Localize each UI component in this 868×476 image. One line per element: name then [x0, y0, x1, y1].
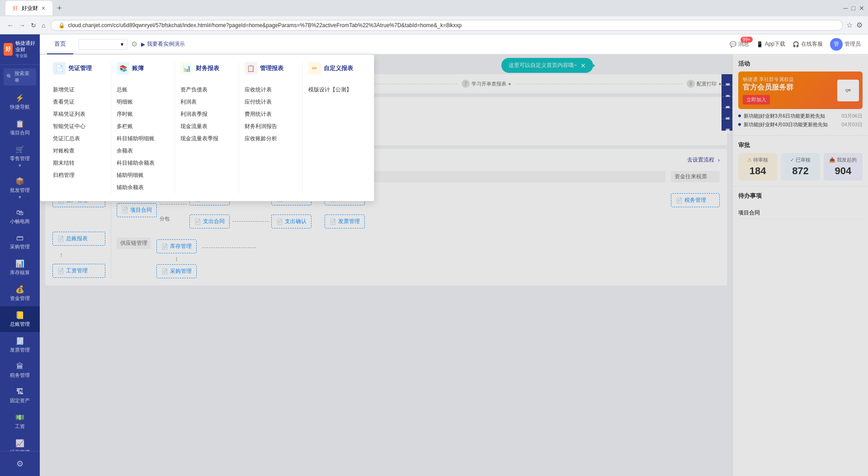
sidebar-item-project[interactable]: 📋 项目合同 [0, 115, 40, 141]
sidebar-bottom: ⚙ [0, 451, 40, 476]
menu-seq-ledger[interactable]: 序时账 [117, 108, 169, 120]
online-service-btn[interactable]: 🎧 在线客服 [793, 40, 823, 48]
dropdown-menu: 📄 凭证管理 新增凭证 查看凭证 草稿凭证列表 智能凭证中心 凭证汇总表 对账检… [40, 54, 374, 201]
ledger-menu-title: 账簿 [132, 64, 144, 72]
address-bar-right: ☆ ⚙ [846, 21, 863, 29]
sidebar-search[interactable]: 🔍 搜索菜单 [4, 68, 36, 86]
sidebar-item-ops[interactable]: 📈 经营管理 [0, 434, 40, 451]
assets-icon: 🏗 [16, 388, 24, 396]
menu-period-end[interactable]: 期末结转 [53, 157, 105, 169]
address-bar: ← → ↻ ⌂ 🔒 cloud.chanjet.com/cc/u6d89qwnr… [0, 16, 868, 34]
extensions-btn[interactable]: ⚙ [856, 21, 863, 29]
active-tab[interactable]: 好 好业财 × [5, 1, 52, 15]
user-avatar-btn[interactable]: 管 管理员 [830, 38, 861, 51]
sidebar-item-retail[interactable]: 🛒 零售管理 ▼ [0, 141, 40, 172]
fr-header: 📊 财务报表 [180, 62, 233, 78]
menu-voucher-summary[interactable]: 凭证汇总表 [53, 133, 105, 145]
fr-title: 财务报表 [196, 64, 219, 72]
restore-btn[interactable]: □ [852, 5, 855, 12]
sidebar-item-invoice[interactable]: 🧾 发票管理 [0, 332, 40, 358]
sidebar-item-label: 快捷导航 [10, 104, 30, 110]
sidebar-item-label: 总账管理 [10, 321, 30, 328]
menu-subject-detail[interactable]: 科目辅助明细账 [117, 133, 169, 145]
menu-reconcile[interactable]: 对账检查 [53, 145, 105, 157]
url-bar[interactable]: 🔒 cloud.chanjet.com/cc/u6d89qwnryel/57bf… [51, 20, 843, 31]
menu-view-voucher[interactable]: 查看凭证 [53, 96, 105, 108]
tab-title: 好业财 [22, 5, 38, 12]
sidebar-item-label: 项目合同 [10, 129, 30, 136]
logo-icon: 好 [4, 43, 13, 56]
top-nav-search-area: ▾ ⚙ ▶ 我要看实例演示 [79, 39, 724, 50]
tab-home-label: 首页 [54, 40, 66, 48]
top-nav-right: 💬 消息 99+ 📱 App下载 🎧 在线客服 管 管理员 [730, 38, 861, 51]
demo-link[interactable]: ▶ 我要看实例演示 [141, 40, 185, 48]
sidebar-item-funds[interactable]: 💰 资金管理 [0, 281, 40, 306]
service-icon: 🎧 [793, 41, 799, 48]
settings-gear-btn[interactable]: ⚙ [2, 455, 38, 472]
menu-template-design[interactable]: 模版设计【公测】 [308, 84, 361, 96]
bookmark-btn[interactable]: ☆ [846, 21, 853, 29]
message-btn[interactable]: 💬 消息 99+ [730, 40, 749, 48]
menu-new-voucher[interactable]: 新增凭证 [53, 84, 105, 96]
sidebar-item-ecom[interactable]: 🛍 小畅电商 [0, 204, 40, 229]
menu-cashflow[interactable]: 现金流量表 [180, 120, 233, 133]
close-btn[interactable]: ✕ [859, 5, 864, 12]
sidebar-nav: ⚡ 快捷导航 📋 项目合同 🛒 零售管理 ▼ 📦 批发管理 ▼ 🛍 小畅电商 [0, 89, 40, 451]
sidebar-item-label: 资金管理 [10, 295, 30, 302]
sidebar-item-assets[interactable]: 🏗 固定资产 [0, 383, 40, 409]
settings-btn[interactable]: ⚙ [131, 40, 137, 48]
dropdown-overlay[interactable]: 📄 凭证管理 新增凭证 查看凭证 草稿凭证列表 智能凭证中心 凭证汇总表 对账检… [40, 54, 868, 476]
dropdown-arrow-icon: ▾ [121, 41, 123, 48]
logo-text: 畅捷通好业财 [15, 40, 36, 53]
ledger-icon: 📒 [15, 311, 24, 319]
sidebar-item-inventory[interactable]: 📊 库存核算 [0, 255, 40, 281]
reload-button[interactable]: ↻ [29, 20, 38, 31]
menu-search-input[interactable] [83, 41, 119, 48]
menu-aux-balance[interactable]: 辅助余额表 [117, 181, 169, 194]
sidebar-item-tax[interactable]: 🏛 税务管理 [0, 358, 40, 383]
main-content: 首页 ▾ ⚙ ▶ 我要看实例演示 💬 消息 99+ [40, 34, 868, 476]
sidebar-item-purchase[interactable]: 🗃 采购管理 [0, 229, 40, 255]
menu-section-mgmt-report: 📋 管理报表 应收统计表 应付统计表 费用统计表 财务利润报告 应收账龄分析 [239, 62, 303, 194]
menu-search-dropdown[interactable]: ▾ [79, 39, 127, 50]
menu-cashflow-qtr[interactable]: 现金流量表季报 [180, 133, 233, 145]
sidebar-item-ledger[interactable]: 📒 总账管理 [0, 306, 40, 332]
menu-balance-table[interactable]: 余额表 [117, 145, 169, 157]
new-tab-button[interactable]: + [54, 3, 65, 14]
menu-income-stmt[interactable]: 利润表 [180, 96, 233, 108]
menu-smart-center[interactable]: 智能凭证中心 [53, 120, 105, 133]
menu-expense-stats[interactable]: 费用统计表 [245, 108, 297, 120]
tab-home[interactable]: 首页 [47, 34, 73, 54]
home-button[interactable]: ⌂ [40, 20, 47, 31]
menu-aux-detail[interactable]: 辅助明细账 [117, 169, 169, 181]
menu-multi-ledger[interactable]: 多栏账 [117, 120, 169, 133]
menu-ar-stats[interactable]: 应收统计表 [245, 84, 297, 96]
minimize-btn[interactable]: ─ [844, 5, 848, 12]
menu-archive[interactable]: 归档管理 [53, 169, 105, 181]
menu-section-voucher: 📄 凭证管理 新增凭证 查看凭证 草稿凭证列表 智能凭证中心 凭证汇总表 对账检… [47, 62, 111, 194]
sidebar-item-wholesale[interactable]: 📦 批发管理 ▼ [0, 172, 40, 204]
forward-button[interactable]: → [17, 20, 27, 31]
sidebar-item-label: 库存核算 [10, 269, 30, 276]
menu-draft-voucher[interactable]: 草稿凭证列表 [53, 108, 105, 120]
sidebar-item-label: 固定资产 [10, 397, 30, 404]
menu-income-qtr[interactable]: 利润表季报 [180, 108, 233, 120]
mr-title: 管理报表 [260, 64, 283, 72]
sidebar-item-payroll[interactable]: 💵 工资 [0, 409, 40, 434]
cr-title: 自定义报表 [324, 64, 353, 72]
back-button[interactable]: ← [5, 20, 15, 31]
tab-close-btn[interactable]: × [42, 5, 45, 12]
menu-detail-ledger[interactable]: 明细账 [117, 96, 169, 108]
menu-subject-balance[interactable]: 科目辅助余额表 [117, 157, 169, 169]
menu-profit-report[interactable]: 财务利润报告 [245, 120, 297, 133]
sidebar-item-quick[interactable]: ⚡ 快捷导航 [0, 89, 40, 115]
wholesale-icon: 📦 [15, 177, 24, 186]
purchase-icon: 🗃 [16, 234, 24, 242]
menu-general-ledger[interactable]: 总账 [117, 84, 169, 96]
menu-ap-stats[interactable]: 应付统计表 [245, 96, 297, 108]
user-name: 管理员 [844, 40, 861, 48]
menu-section-finance-report: 📊 财务报表 资产负债表 利润表 利润表季报 现金流量表 现金流量表季报 [175, 62, 239, 194]
menu-balance-sheet[interactable]: 资产负债表 [180, 84, 233, 96]
app-download-btn[interactable]: 📱 App下载 [756, 40, 785, 48]
menu-ar-aging[interactable]: 应收账龄分析 [245, 133, 297, 145]
